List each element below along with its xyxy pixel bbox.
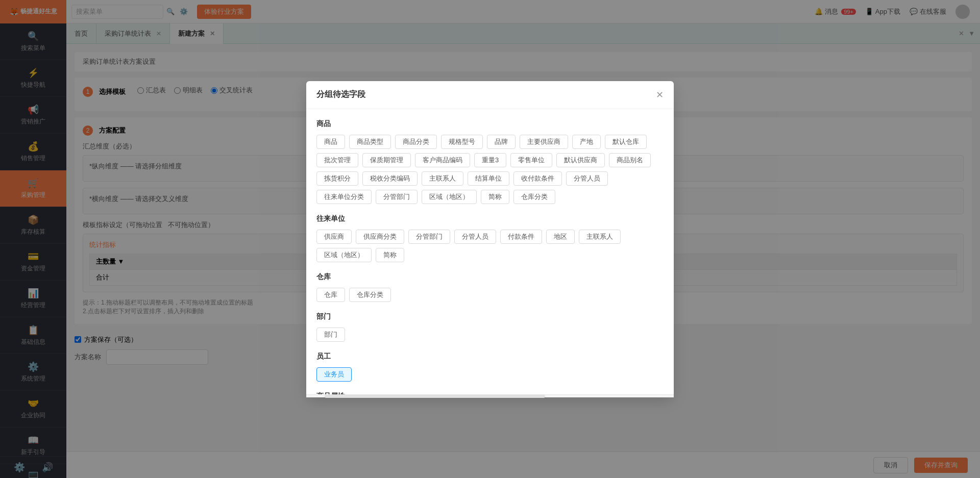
- modal-title: 分组待选字段: [316, 89, 365, 100]
- field-tag-product[interactable]: 商品: [316, 135, 345, 149]
- field-tag-customer-code[interactable]: 客户商品编码: [415, 153, 470, 167]
- section-partner: 往来单位供应商供应商分类分管部门分管人员付款条件地区主联系人区域（地区）简称: [316, 214, 664, 262]
- field-tag-manage-person[interactable]: 分管人员: [454, 230, 496, 244]
- section-warehouse: 仓库仓库仓库分类: [316, 272, 664, 302]
- field-tag-manage-dept[interactable]: 分管部门: [408, 230, 450, 244]
- field-tag-from-unit-category[interactable]: 往来单位分类: [316, 190, 372, 204]
- section-title-warehouse: 仓库: [316, 272, 664, 282]
- section-product: 商品商品商品类型商品分类规格型号品牌主要供应商产地默认仓库批次管理保质期管理客户…: [316, 119, 664, 204]
- modal-scrollbar-area: [306, 394, 674, 397]
- horizontal-scrollbar-thumb[interactable]: [325, 395, 545, 398]
- field-tag-settlement-unit[interactable]: 结算单位: [468, 171, 509, 186]
- modal-overlay: 分组待选字段 ✕ 商品商品商品类型商品分类规格型号品牌主要供应商产地默认仓库批次…: [0, 0, 980, 478]
- field-tag-tax-code[interactable]: 税收分类编码: [362, 171, 418, 186]
- field-tag-spec-type[interactable]: 规格型号: [441, 135, 483, 149]
- field-tag-short-name2[interactable]: 简称: [376, 248, 404, 262]
- field-tag-partner-contact[interactable]: 主联系人: [579, 230, 621, 244]
- section-title-partner: 往来单位: [316, 214, 664, 223]
- field-tag-dept[interactable]: 分管部门: [376, 190, 418, 204]
- field-tag-retail-unit[interactable]: 零售单位: [510, 153, 552, 167]
- field-tag-product-category[interactable]: 商品分类: [395, 135, 437, 149]
- section-staff: 员工业务员: [316, 352, 664, 382]
- field-tag-dept-field[interactable]: 部门: [316, 328, 345, 342]
- field-tag-default-warehouse[interactable]: 默认仓库: [605, 135, 647, 149]
- field-tag-supplier[interactable]: 供应商: [316, 230, 352, 244]
- field-tag-product-type[interactable]: 商品类型: [349, 135, 391, 149]
- section-title-dept-section: 部门: [316, 312, 664, 321]
- field-tag-main-contact[interactable]: 主联系人: [422, 171, 463, 186]
- field-tag-payment-cond[interactable]: 付款条件: [500, 230, 542, 244]
- field-tag-batch-mgmt[interactable]: 批次管理: [316, 153, 358, 167]
- field-tags-product: 商品商品类型商品分类规格型号品牌主要供应商产地默认仓库批次管理保质期管理客户商品…: [316, 135, 664, 204]
- modal-close-btn[interactable]: ✕: [656, 89, 664, 100]
- field-tag-region[interactable]: 区域（地区）: [422, 190, 477, 204]
- field-tag-wh[interactable]: 仓库: [316, 288, 345, 302]
- field-tag-wh-category[interactable]: 仓库分类: [349, 288, 391, 302]
- field-tag-warehouse-category[interactable]: 仓库分类: [513, 190, 555, 204]
- field-tags-dept-section: 部门: [316, 328, 664, 342]
- field-tag-pick-score[interactable]: 拣货积分: [316, 171, 358, 186]
- field-tag-short-name[interactable]: 简称: [481, 190, 509, 204]
- modal-dialog: 分组待选字段 ✕ 商品商品商品类型商品分类规格型号品牌主要供应商产地默认仓库批次…: [306, 81, 674, 397]
- field-tag-payment-terms[interactable]: 收付款条件: [513, 171, 562, 186]
- section-title-staff: 员工: [316, 352, 664, 361]
- field-tag-brand[interactable]: 品牌: [487, 135, 516, 149]
- field-tag-default-supplier[interactable]: 默认供应商: [556, 153, 605, 167]
- field-tag-salesman[interactable]: 业务员: [316, 367, 352, 382]
- field-tags-staff: 业务员: [316, 367, 664, 382]
- section-dept-section: 部门部门: [316, 312, 664, 342]
- field-tag-weight3[interactable]: 重量3: [474, 153, 506, 167]
- modal-body: 商品商品商品类型商品分类规格型号品牌主要供应商产地默认仓库批次管理保质期管理客户…: [306, 109, 674, 394]
- field-tag-quality-period-mgmt[interactable]: 保质期管理: [362, 153, 411, 167]
- field-tag-supplier-category[interactable]: 供应商分类: [356, 230, 404, 244]
- field-tag-area[interactable]: 地区: [546, 230, 575, 244]
- section-title-product: 商品: [316, 119, 664, 129]
- field-tag-region2[interactable]: 区域（地区）: [316, 248, 372, 262]
- modal-header: 分组待选字段 ✕: [306, 81, 674, 109]
- field-tag-origin[interactable]: 产地: [572, 135, 601, 149]
- field-tag-main-supplier[interactable]: 主要供应商: [520, 135, 568, 149]
- field-tags-warehouse: 仓库仓库分类: [316, 288, 664, 302]
- field-tags-partner: 供应商供应商分类分管部门分管人员付款条件地区主联系人区域（地区）简称: [316, 230, 664, 262]
- field-tag-alias[interactable]: 商品别名: [609, 153, 651, 167]
- field-tag-manager[interactable]: 分管人员: [566, 171, 608, 186]
